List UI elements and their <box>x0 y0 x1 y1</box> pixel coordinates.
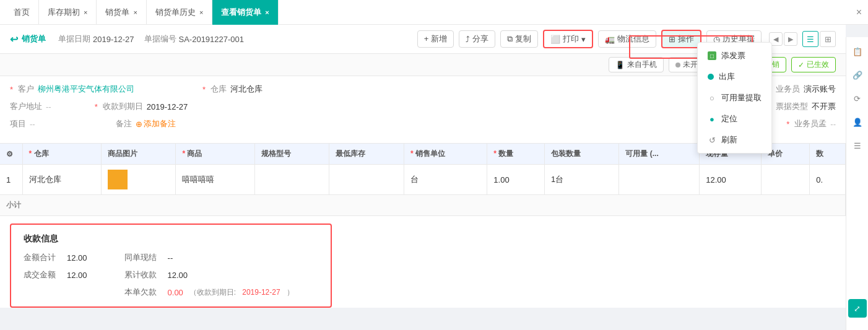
settle-value: -- <box>168 253 173 263</box>
nav-arrows: ◀ ▶ <box>769 32 797 46</box>
employee-label: 业务员 <box>776 84 800 95</box>
menu-outbound[interactable]: 出库 <box>698 66 771 87</box>
operation-label: 操作 <box>678 33 694 45</box>
col-sales-unit: * 销售单位 <box>404 144 487 165</box>
add-invoice-icon: □ <box>708 51 716 60</box>
print-label: 打印 <box>563 33 579 45</box>
table-row: 1 河北仓库 嘻嘻嘻嘻 台 1.00 1台 12 <box>0 165 846 195</box>
sidebar-expand-icon[interactable]: ⤢ <box>848 299 867 318</box>
cell-unit-price <box>761 165 810 195</box>
cell-spec <box>254 165 329 195</box>
remark-label: 备注 <box>116 118 132 129</box>
deal-label: 成交金额 <box>24 269 61 280</box>
customer-field: * 客户 柳州粤港平安气体有限公司 <box>10 84 134 95</box>
project-label: 项目 <box>10 118 26 129</box>
tab-view-sales-label: 查看销货单 <box>221 7 261 18</box>
print-button[interactable]: ⬜ 打印 ▾ <box>543 30 593 48</box>
menu-refresh[interactable]: ↺ 刷新 <box>698 129 771 150</box>
ticket-type-value: 不开票 <box>812 101 836 112</box>
doc-title: ↩ 销货单 <box>10 33 46 45</box>
copy-button[interactable]: ⧉ 复制 <box>500 30 538 48</box>
action-buttons: + 新增 ⤴ 分享 ⧉ 复制 ⬜ 打印 ▾ 🚛 物流信息 <box>417 30 836 48</box>
deal-value: 12.00 <box>67 271 87 280</box>
share-label: 分享 <box>472 33 488 45</box>
doc-date-value: 2019-12-27 <box>93 35 134 44</box>
sidebar-list-icon[interactable]: ☰ <box>848 136 867 155</box>
right-sidebar: 📋 🔗 ⟳ 👤 ☰ ⤢ <box>846 37 868 330</box>
tab-home[interactable]: 首页 <box>5 0 39 25</box>
warehouse-required: * <box>202 85 206 94</box>
menu-available-qty[interactable]: ○ 可用量提取 <box>698 87 771 108</box>
payment-deal-item: 成交金额 12.00 <box>24 269 87 280</box>
menu-add-invoice[interactable]: □ 添发票 <box>698 45 771 66</box>
mobile-icon: 📱 <box>615 61 625 69</box>
effective-label: 已生效 <box>807 59 829 70</box>
payment-date-field: * 收款到期日 2019-12-27 <box>95 101 188 112</box>
col-amount: 数 <box>810 144 846 165</box>
tab-view-sales-close[interactable]: × <box>265 9 269 16</box>
warehouse-field: * 仓库 河北仓库 <box>202 84 263 95</box>
tab-sales[interactable]: 销货单 × <box>97 0 146 25</box>
dropdown-menu: □ 添发票 出库 ○ 可用量提取 ● 定位 ↺ 刷新 <box>697 42 772 154</box>
employee2-label: 业务员孟 <box>794 118 827 129</box>
share-button[interactable]: ⤴ 分享 <box>459 30 495 48</box>
sidebar-rotate-icon[interactable]: ⟳ <box>848 89 867 108</box>
print-dropdown-arrow: ▾ <box>581 35 586 44</box>
cell-available <box>619 165 700 195</box>
tab-sales-close[interactable]: × <box>133 9 137 16</box>
outbound-icon <box>708 74 714 80</box>
tab-inventory-close[interactable]: × <box>84 9 87 16</box>
outbound-label: 出库 <box>719 71 735 82</box>
add-button[interactable]: + 新增 <box>417 30 454 48</box>
col-quantity: * 数量 <box>487 144 545 165</box>
cell-min-stock <box>329 165 404 195</box>
project-value: -- <box>30 119 35 129</box>
grid-icon: ⊞ <box>669 35 675 44</box>
tab-sales-history-close[interactable]: × <box>199 9 203 16</box>
settle-label: 同单现结 <box>124 252 162 263</box>
tab-view-sales[interactable]: 查看销货单 × <box>212 0 278 25</box>
from-mobile-button[interactable]: 📱 来自手机 <box>609 57 664 72</box>
locate-icon: ● <box>708 115 716 123</box>
menu-locate[interactable]: ● 定位 <box>698 108 771 129</box>
customer-value[interactable]: 柳州粤港平安气体有限公司 <box>38 84 134 95</box>
owed-bracket: ） <box>287 287 294 298</box>
tab-sales-history-label: 销货单历史 <box>155 7 196 18</box>
next-arrow[interactable]: ▶ <box>784 32 797 46</box>
sidebar-user-icon[interactable]: 👤 <box>848 113 867 131</box>
payment-col-right: 同单现结 -- 累计收款 12.00 本单欠款 0.00 （收款到期日: 201… <box>124 252 294 298</box>
doc-meta: 单据日期 2019-12-27 单据编号 SA-20191227-001 <box>58 33 405 45</box>
employee2-required: * <box>786 119 789 129</box>
add-note-label: 添加备注 <box>144 118 176 129</box>
sidebar-file-icon[interactable]: 📋 <box>848 42 867 61</box>
grid-view-button[interactable]: ⊞ <box>820 31 836 47</box>
sidebar-link-icon[interactable]: 🔗 <box>848 66 867 84</box>
col-min-stock: 最低库存 <box>329 144 404 165</box>
doc-number-label: 单据编号 <box>144 33 176 45</box>
list-view-button[interactable]: ☰ <box>802 31 818 47</box>
collected-value: 12.00 <box>168 271 188 280</box>
view-buttons: ☰ ⊞ <box>802 31 836 47</box>
payment-settle-item: 同单现结 -- <box>124 252 294 263</box>
table-scroll[interactable]: ⚙ * 仓库 商品图片 * 商品 规格型号 最低库存 * 销售单位 * 数量 包… <box>0 144 846 216</box>
window-close-button[interactable]: × <box>856 7 862 18</box>
customer-label: 客户 <box>18 84 34 95</box>
table-area: ⚙ * 仓库 商品图片 * 商品 规格型号 最低库存 * 销售单位 * 数量 包… <box>0 143 846 216</box>
cell-amount: 0. <box>810 165 846 195</box>
employee2-field: * 业务员孟 -- <box>786 118 836 129</box>
logistics-button[interactable]: 🚛 物流信息 <box>598 30 656 48</box>
print-icon: ⬜ <box>550 35 560 44</box>
effective-badge: ✓ 已生效 <box>791 57 836 72</box>
add-note-button[interactable]: ⊕ 添加备注 <box>136 118 176 129</box>
tab-sales-history[interactable]: 销货单历史 × <box>147 0 212 25</box>
doc-date-label: 单据日期 <box>58 33 90 45</box>
operation-button[interactable]: ⊞ 操作 <box>661 30 701 48</box>
payment-owed-item: 本单欠款 0.00 （收款到期日: 2019-12-27 ） <box>124 287 294 298</box>
available-qty-icon: ○ <box>708 93 716 102</box>
total-label: 金额合计 <box>24 252 61 263</box>
product-image <box>108 170 128 189</box>
payment-collected-item: 累计收款 12.00 <box>124 269 294 280</box>
tab-inventory[interactable]: 库存期初 × <box>39 0 97 25</box>
check-effective-icon: ✓ <box>798 61 804 69</box>
warehouse-value: 河北仓库 <box>230 84 263 95</box>
